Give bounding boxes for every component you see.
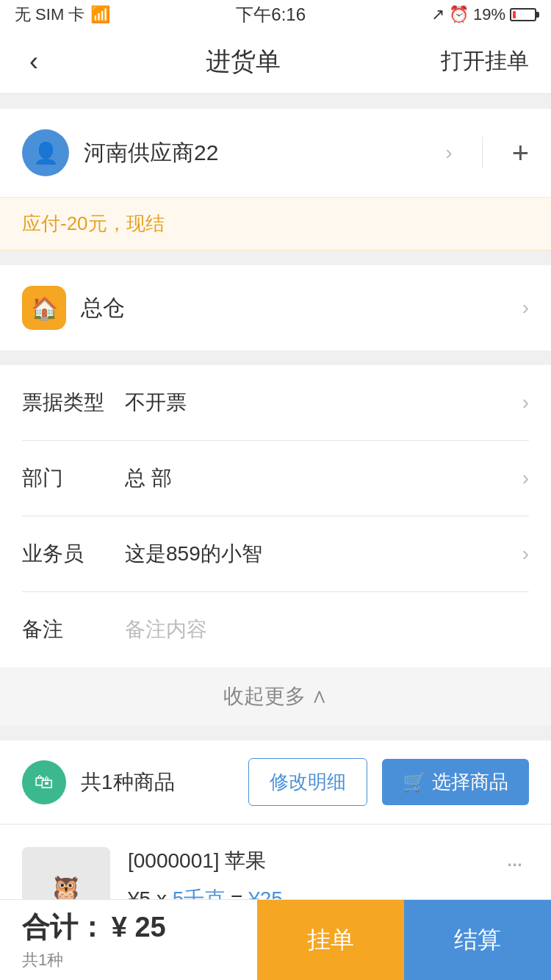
open-hold-button[interactable]: 打开挂单 bbox=[441, 46, 529, 76]
pay-button[interactable]: 结算 bbox=[404, 900, 551, 980]
invoice-value: 不开票 bbox=[125, 389, 522, 417]
edit-detail-button[interactable]: 修改明细 bbox=[248, 758, 367, 806]
more-options-button[interactable]: ··· bbox=[499, 847, 529, 880]
chevron-right-icon: › bbox=[445, 141, 452, 165]
status-indicators: ↗ ⏰ 19% bbox=[431, 5, 536, 24]
staff-label: 业务员 bbox=[22, 540, 125, 568]
wifi-icon: 📶 bbox=[90, 5, 110, 24]
remark-label: 备注 bbox=[22, 616, 125, 644]
product-section-icon: 🛍 bbox=[22, 760, 66, 804]
warehouse-icon: 🏠 bbox=[22, 286, 66, 330]
hold-button-label: 挂单 bbox=[307, 924, 354, 956]
alarm-icon: ⏰ bbox=[449, 5, 469, 24]
location-icon: ↗ bbox=[431, 5, 444, 24]
product-code: [0000001] bbox=[128, 849, 220, 872]
total-sub: 共1种 bbox=[22, 949, 235, 971]
gap-3 bbox=[0, 350, 551, 365]
total-amount: ¥ 25 bbox=[112, 912, 166, 943]
supplier-name: 河南供应商22 bbox=[84, 138, 431, 168]
product-header-row: 🛍 共1种商品 修改明细 🛒 选择商品 bbox=[0, 741, 551, 824]
gap-4 bbox=[0, 726, 551, 741]
invoice-row[interactable]: 票据类型 不开票 › bbox=[0, 365, 551, 440]
total-label: 合计： bbox=[22, 912, 106, 943]
product-header-section: 🛍 共1种商品 修改明细 🛒 选择商品 bbox=[0, 741, 551, 824]
status-bar: 无 SIM 卡 📶 下午6:16 ↗ ⏰ 19% bbox=[0, 0, 551, 29]
select-product-label: 选择商品 bbox=[432, 769, 508, 795]
battery-text: 19% bbox=[473, 5, 505, 24]
supplier-section: 👤 河南供应商22 › + 应付-20元，现结 bbox=[0, 109, 551, 251]
dept-label: 部门 bbox=[22, 464, 125, 492]
gap-2 bbox=[0, 251, 551, 265]
chevron-right-icon-dept: › bbox=[522, 466, 529, 490]
staff-value: 这是859的小智 bbox=[125, 540, 522, 568]
notice-bar: 应付-20元，现结 bbox=[0, 197, 551, 251]
product-title: 苹果 bbox=[225, 849, 266, 872]
battery-icon bbox=[510, 8, 536, 21]
dept-row[interactable]: 部门 总 部 › bbox=[0, 441, 551, 516]
select-product-button[interactable]: 🛒 选择商品 bbox=[382, 759, 529, 805]
carrier-text: 无 SIM 卡 bbox=[15, 4, 84, 26]
nav-bar: ‹ 进货单 打开挂单 bbox=[0, 29, 551, 94]
product-count-label: 共1种商品 bbox=[81, 768, 234, 796]
remark-value[interactable]: 备注内容 bbox=[125, 616, 529, 644]
add-button[interactable]: + bbox=[512, 137, 529, 170]
back-button[interactable]: ‹ bbox=[22, 39, 46, 84]
warehouse-name: 总仓 bbox=[81, 293, 508, 323]
page-title: 进货单 bbox=[206, 45, 281, 79]
shopping-bag-icon: 🛍 bbox=[35, 771, 54, 793]
cart-icon: 🛒 bbox=[403, 771, 426, 793]
status-carrier: 无 SIM 卡 📶 bbox=[15, 4, 110, 26]
total-amount-display: 合计： ¥ 25 bbox=[22, 909, 235, 946]
supplier-divider bbox=[482, 137, 483, 169]
collapse-label: 收起更多 ∧ bbox=[223, 682, 328, 710]
invoice-label: 票据类型 bbox=[22, 389, 125, 417]
collapse-button[interactable]: 收起更多 ∧ bbox=[0, 667, 551, 726]
remark-row[interactable]: 备注 备注内容 bbox=[0, 592, 551, 667]
supplier-row[interactable]: 👤 河南供应商22 › + bbox=[0, 109, 551, 197]
chevron-right-icon-wh: › bbox=[522, 296, 529, 320]
supplier-avatar: 👤 bbox=[22, 129, 69, 176]
hold-button[interactable]: 挂单 bbox=[257, 900, 404, 980]
avatar-icon: 👤 bbox=[33, 141, 59, 165]
warehouse-section: 🏠 总仓 › bbox=[0, 265, 551, 350]
footer-total-section: 合计： ¥ 25 共1种 bbox=[0, 900, 257, 980]
gap-1 bbox=[0, 94, 551, 109]
form-section: 票据类型 不开票 › 部门 总 部 › 业务员 这是859的小智 › 备注 备注… bbox=[0, 365, 551, 667]
staff-row[interactable]: 业务员 这是859的小智 › bbox=[0, 516, 551, 591]
chevron-right-icon-staff: › bbox=[522, 542, 529, 566]
product-name: [0000001] 苹果 bbox=[128, 847, 481, 875]
warehouse-row[interactable]: 🏠 总仓 › bbox=[0, 265, 551, 350]
footer: 合计： ¥ 25 共1种 挂单 结算 bbox=[0, 899, 551, 980]
chevron-right-icon-inv: › bbox=[522, 391, 529, 414]
dept-value: 总 部 bbox=[125, 464, 522, 492]
status-time: 下午6:16 bbox=[236, 3, 306, 26]
pay-button-label: 结算 bbox=[454, 924, 501, 956]
